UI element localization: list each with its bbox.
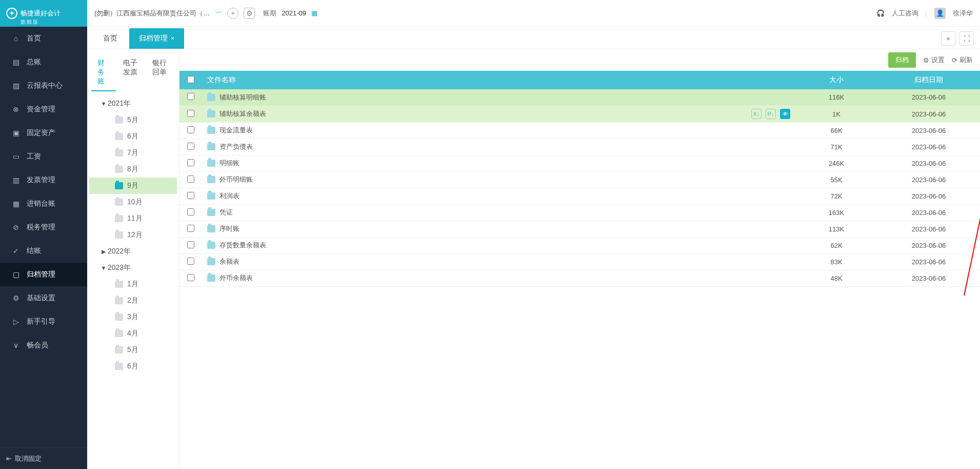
nav-item-7[interactable]: ▦进销台账 bbox=[0, 192, 87, 216]
tree-month[interactable]: 1月 bbox=[89, 276, 177, 292]
nav-menu: ⌂首页▤总账▨云报表中心⊗资金管理▣固定资产▭工资▥发票管理▦进销台账⊘税务管理… bbox=[0, 27, 87, 447]
table-row[interactable]: 序时账 113K 2023-06-06 bbox=[179, 221, 980, 237]
tab-archive[interactable]: 归档管理× bbox=[129, 28, 184, 49]
folder-icon bbox=[115, 166, 123, 173]
settings-link[interactable]: ⚙设置 bbox=[923, 55, 945, 65]
download-excel-icon[interactable]: X↓ bbox=[751, 109, 762, 119]
nav-item-6[interactable]: ▥发票管理 bbox=[0, 168, 87, 192]
file-table: 文件名称 大小 归档日期 辅助核算明细账 116K 2023-06-06 辅助核… bbox=[179, 71, 980, 287]
midtab-einvoice[interactable]: 电子发票 bbox=[117, 54, 146, 91]
row-checkbox[interactable] bbox=[187, 143, 194, 150]
nav-icon: ▥ bbox=[11, 175, 21, 185]
table-row[interactable]: 存货数量余额表 62K 2023-06-06 bbox=[179, 237, 980, 253]
row-checkbox[interactable] bbox=[187, 110, 194, 117]
midtab-finance[interactable]: 财务账 bbox=[91, 54, 116, 91]
row-checkbox[interactable] bbox=[187, 258, 194, 265]
tree-month[interactable]: 7月 bbox=[89, 145, 177, 161]
tree-year[interactable]: ▶2022年 bbox=[89, 243, 177, 260]
period-value[interactable]: 2021-09 bbox=[282, 9, 306, 17]
nav-item-3[interactable]: ⊗资金管理 bbox=[0, 97, 87, 121]
tree-year[interactable]: ▼2021年 bbox=[89, 95, 177, 112]
table-row[interactable]: 外币余额表 48K 2023-06-06 bbox=[179, 270, 980, 286]
nav-item-4[interactable]: ▣固定资产 bbox=[0, 121, 87, 145]
tree-month[interactable]: 8月 bbox=[89, 161, 177, 178]
close-icon[interactable]: × bbox=[171, 35, 174, 42]
avatar[interactable]: 👤 bbox=[934, 8, 946, 19]
nav-item-5[interactable]: ▭工资 bbox=[0, 145, 87, 168]
row-checkbox[interactable] bbox=[187, 159, 194, 166]
row-checkbox[interactable] bbox=[187, 208, 194, 216]
archive-date: 2023-06-06 bbox=[877, 221, 980, 237]
file-name: 凭证 bbox=[219, 208, 233, 217]
nav-icon: ▢ bbox=[11, 270, 21, 279]
chevron-down-icon[interactable]: ﹀ bbox=[215, 9, 222, 18]
row-checkbox[interactable] bbox=[187, 93, 194, 100]
select-all-checkbox[interactable] bbox=[187, 76, 194, 83]
midtab-bankslip[interactable]: 银行回单 bbox=[146, 54, 175, 91]
archive-date: 2023-06-06 bbox=[877, 171, 980, 188]
folder-icon bbox=[115, 330, 123, 337]
file-size: 72K bbox=[795, 188, 877, 204]
row-checkbox[interactable] bbox=[187, 274, 194, 281]
close-all-button[interactable]: × bbox=[941, 31, 955, 46]
nav-icon: ▷ bbox=[11, 317, 21, 326]
company-settings-icon[interactable]: ⚙ bbox=[244, 8, 255, 19]
table-row[interactable]: 资产负债表 71K 2023-06-06 bbox=[179, 139, 980, 155]
nav-item-10[interactable]: ▢归档管理 bbox=[0, 263, 87, 286]
archive-date: 2023-06-06 bbox=[877, 122, 980, 139]
tree-month[interactable]: 12月 bbox=[89, 227, 177, 243]
table-row[interactable]: 辅助核算明细账 116K 2023-06-06 bbox=[179, 89, 980, 106]
archive-button[interactable]: 归档 bbox=[888, 52, 916, 68]
nav-item-12[interactable]: ▷新手引导 bbox=[0, 310, 87, 334]
nav-item-0[interactable]: ⌂首页 bbox=[0, 27, 87, 50]
row-checkbox[interactable] bbox=[187, 241, 194, 248]
file-name: 利润表 bbox=[219, 191, 239, 201]
table-row[interactable]: 明细账 246K 2023-06-06 bbox=[179, 155, 980, 171]
tree-month[interactable]: 5月 bbox=[89, 342, 177, 358]
download-pdf-icon[interactable]: P↓ bbox=[766, 109, 776, 119]
table-row[interactable]: 现金流量表 66K 2023-06-06 bbox=[179, 122, 980, 139]
file-name: 序时账 bbox=[219, 224, 239, 233]
table-row[interactable]: 辅助核算余额表 X↓ P↓ 👁 1K 2023-06-06 bbox=[179, 106, 980, 122]
fullscreen-button[interactable]: ⛶ bbox=[959, 31, 974, 46]
nav-item-13[interactable]: ∨畅会员 bbox=[0, 334, 87, 357]
tree-year[interactable]: ▼2023年 bbox=[89, 260, 177, 276]
table-row[interactable]: 凭证 163K 2023-06-06 bbox=[179, 204, 980, 221]
tree-month[interactable]: 6月 bbox=[89, 128, 177, 145]
company-selector[interactable]: (勿删）江西服宝精品有限责任公司（… bbox=[94, 9, 210, 18]
file-name: 现金流量表 bbox=[219, 126, 253, 135]
row-checkbox[interactable] bbox=[187, 192, 194, 199]
file-name: 余额表 bbox=[219, 257, 239, 266]
refresh-link[interactable]: ⟳刷新 bbox=[952, 55, 973, 65]
nav-item-9[interactable]: ✓结账 bbox=[0, 239, 87, 263]
folder-icon bbox=[207, 94, 215, 101]
table-row[interactable]: 余额表 83K 2023-06-06 bbox=[179, 253, 980, 270]
row-checkbox[interactable] bbox=[187, 225, 194, 232]
support-link[interactable]: 人工咨询 bbox=[892, 9, 918, 18]
nav-item-8[interactable]: ⊘税务管理 bbox=[0, 216, 87, 239]
add-button[interactable]: ＋ bbox=[227, 8, 238, 19]
tree-month[interactable]: 2月 bbox=[89, 292, 177, 309]
row-checkbox[interactable] bbox=[187, 175, 194, 183]
folder-icon bbox=[115, 363, 123, 370]
tree-month[interactable]: 4月 bbox=[89, 325, 177, 342]
nav-item-2[interactable]: ▨云报表中心 bbox=[0, 74, 87, 97]
tree-month[interactable]: 5月 bbox=[89, 112, 177, 128]
calendar-icon[interactable]: ▦ bbox=[311, 9, 317, 17]
tree-month[interactable]: 9月 bbox=[89, 178, 177, 194]
nav-item-11[interactable]: ⚙基础设置 bbox=[0, 286, 87, 310]
tree-month[interactable]: 11月 bbox=[89, 210, 177, 227]
tree-month[interactable]: 10月 bbox=[89, 194, 177, 210]
sidebar-footer[interactable]: ⇤ 取消固定 bbox=[0, 447, 87, 469]
row-checkbox[interactable] bbox=[187, 126, 194, 133]
table-row[interactable]: 利润表 72K 2023-06-06 bbox=[179, 188, 980, 204]
file-name: 辅助核算余额表 bbox=[219, 109, 266, 119]
tree-month[interactable]: 3月 bbox=[89, 309, 177, 325]
tab-home[interactable]: 首页 bbox=[93, 28, 127, 49]
user-name[interactable]: 徐泽华 bbox=[953, 9, 973, 18]
folder-icon bbox=[207, 275, 215, 282]
nav-item-1[interactable]: ▤总账 bbox=[0, 50, 87, 74]
view-pdf-icon[interactable]: 👁 bbox=[780, 109, 790, 119]
tree-month[interactable]: 6月 bbox=[89, 358, 177, 375]
table-row[interactable]: 外币明细账 55K 2023-06-06 bbox=[179, 171, 980, 188]
